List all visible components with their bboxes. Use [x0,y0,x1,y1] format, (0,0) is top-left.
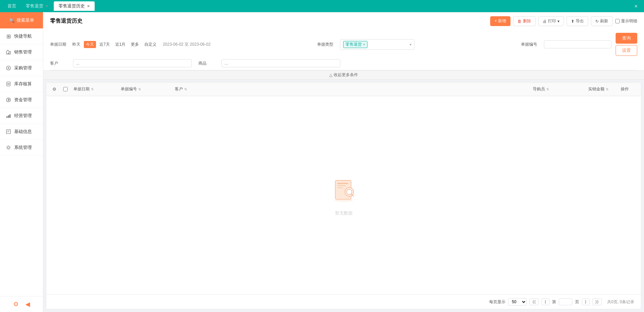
tab-retail-return-history-label: 零售退货历史 [58,3,85,9]
date-opt-custom[interactable]: 自定义 [142,41,159,48]
sidebar-search-label: 搜索菜单 [17,17,34,23]
th-guide-label: 导购员 [533,86,545,92]
date-opt-more[interactable]: 更多 [129,41,141,48]
export-button[interactable]: ⬆ 导出 [567,16,588,26]
show-detail-checkbox-label[interactable]: 显示明细 [615,18,637,24]
th-date-sort-icon: ⇅ [91,87,94,91]
delete-button[interactable]: 🗑 删除 [513,16,535,26]
sidebar-item-quick-nav-label: 快捷导航 [14,33,32,39]
date-range-display: 2023-06-02 至 2023-06-02 [163,42,210,47]
settings-bottom-icon[interactable]: ⚙ [13,300,19,308]
search-icon: 🔍 [9,18,15,23]
svg-rect-13 [337,185,345,186]
date-opt-yesterday[interactable]: 昨天 [70,41,82,48]
th-amount[interactable]: 实销金额 ⇅ [571,86,611,92]
basic-info-icon [5,129,11,135]
docnum-filter-input[interactable] [544,40,612,48]
sidebar-item-finance[interactable]: 资金管理 [0,92,43,108]
tab-retail-return-history[interactable]: 零售退货历史 ✕ [54,1,95,11]
th-settings-icon[interactable]: ⚙ [49,87,60,92]
sidebar-item-basic-info[interactable]: 基础信息 [0,124,43,140]
th-amount-sort-icon: ⇅ [606,87,609,91]
page-unit: 页 [575,299,579,305]
content-area: 零售退货历史 + 新增 🗑 删除 🖨 打印 ▾ ⬆ 导出 [43,12,644,312]
empty-text: 暂无数据 [335,210,353,216]
date-opt-1month[interactable]: 近1月 [113,41,128,48]
last-page-btn[interactable]: ⟩⟩ [592,298,602,305]
filter-row-2: 客户 商品 [50,59,637,67]
th-docnum[interactable]: 单据编号 ⇅ [118,86,172,92]
prev-page-btn[interactable]: ⟨ [542,298,549,305]
th-action: 操作 [611,86,638,92]
tab-home[interactable]: 首页 [3,1,21,11]
show-detail-checkbox[interactable] [615,19,620,23]
quick-nav-icon: ⊞ [5,33,11,39]
print-button[interactable]: 🖨 打印 ▾ [538,16,564,26]
date-opt-7days[interactable]: 近7天 [97,41,112,48]
page-label: 第 [552,299,556,305]
th-customer[interactable]: 客户 ⇅ [172,86,530,92]
next-page-btn[interactable]: ⟩ [582,298,590,305]
per-page-select[interactable]: 50 20 100 [508,298,527,306]
pagination-bar: 每页显示 50 20 100 ⟨⟨ ⟨ 第 1 页 ⟩ ⟩⟩ 共0页, 0条记录 [46,294,641,309]
sidebar-item-purchase-label: 采购管理 [14,65,32,71]
th-date[interactable]: 单据日期 ⇅ [71,86,118,92]
sidebar-item-operations[interactable]: 经营管理 [0,108,43,124]
date-options: 昨天 今天 近7天 近1月 更多 自定义 [70,41,159,48]
export-icon: ⬆ [571,19,574,24]
type-tag-close[interactable]: × [363,43,365,46]
query-button[interactable]: 查询 [616,33,637,44]
sidebar-item-basic-info-label: 基础信息 [14,129,32,135]
add-button[interactable]: + 新增 [490,16,510,26]
svg-rect-2 [7,82,10,86]
sidebar-item-inventory-label: 库存核算 [14,81,32,87]
customer-filter-label: 客户 [50,61,70,66]
svg-point-3 [8,83,9,85]
page-header: 零售退货历史 + 新增 🗑 删除 🖨 打印 ▾ ⬆ 导出 [43,12,644,71]
svg-point-9 [7,147,9,149]
sidebar-item-system-mgmt[interactable]: 系统管理 [0,140,43,156]
first-page-btn[interactable]: ⟨⟨ [529,298,539,305]
customer-filter-input[interactable] [73,59,192,67]
tab-retail-return[interactable]: 零售退货 ✕ [21,1,53,11]
svg-rect-6 [8,115,9,118]
sidebar-item-finance-label: 资金管理 [14,97,32,103]
sidebar-item-quick-nav[interactable]: ⊞ 快捷导航 [0,28,43,44]
top-bar: 首页 零售退货 ✕ 零售退货历史 ✕ ✕ [0,0,644,12]
th-customer-label: 客户 [175,86,183,92]
sidebar-search[interactable]: 🔍 搜索菜单 [0,12,43,28]
settings-button[interactable]: 设置 [616,45,637,56]
purchase-icon [5,65,11,71]
th-checkbox[interactable] [60,87,71,91]
finance-icon [5,97,11,103]
select-all-checkbox[interactable] [63,87,68,91]
refresh-icon: ↻ [595,19,599,24]
empty-state: 暂无数据 [46,96,641,294]
th-docnum-sort-icon: ⇅ [138,87,141,91]
page-title: 零售退货历史 [50,18,82,25]
th-guide[interactable]: 导购员 ⇅ [530,86,571,92]
type-select-arrow-icon: ▾ [410,43,411,46]
tab-retail-return-close[interactable]: ✕ [45,4,48,8]
page-input[interactable]: 1 [559,298,572,305]
collapse-sidebar-icon[interactable]: ◀ [25,300,30,308]
inventory-icon [5,81,11,87]
goods-filter-input[interactable] [221,59,340,67]
table-header: ⚙ 单据日期 ⇅ 单据编号 ⇅ 客户 ⇅ 导购员 ⇅ [46,83,641,96]
type-tag: 零售退货 × [343,41,367,48]
collapse-bar[interactable]: △ 收起更多条件 [43,71,644,80]
operations-icon [5,113,11,119]
refresh-button[interactable]: ↻ 刷新 [591,16,613,26]
filter-area: 单据日期 昨天 今天 近7天 近1月 更多 自定义 2023-06-02 至 2… [50,29,637,70]
type-filter-select[interactable]: 零售退货 × ▾ [340,39,414,50]
th-amount-label: 实销金额 [588,86,604,92]
tab-retail-return-history-close[interactable]: ✕ [87,4,90,8]
type-filter-label: 单据类型 [317,42,337,47]
empty-icon [329,174,359,205]
sidebar-item-purchase-mgmt[interactable]: 采购管理 [0,60,43,76]
goods-filter-field: 商品 [198,59,340,67]
sidebar-item-inventory[interactable]: 库存核算 [0,76,43,92]
date-opt-today[interactable]: 今天 [84,41,96,48]
window-close-btn[interactable]: ✕ [631,4,641,9]
sidebar-item-sales-mgmt[interactable]: 销售管理 [0,44,43,60]
